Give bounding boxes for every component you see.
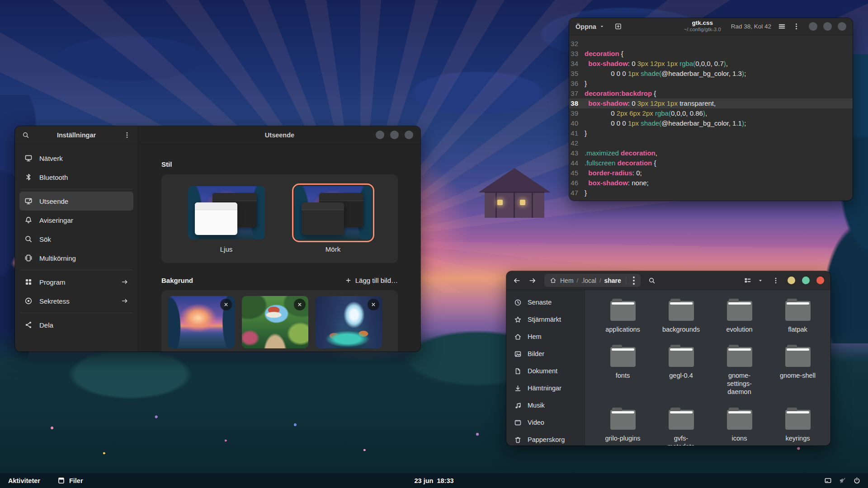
- background-thumbnail-summer-garden[interactable]: [242, 296, 308, 348]
- screen-share-icon[interactable]: [824, 477, 832, 484]
- sidebar-item-multikorning[interactable]: Multikörning: [19, 249, 133, 267]
- sidebar-item-label: Sekretess: [39, 297, 70, 305]
- folder-gegl-0-4[interactable]: gegl-0.4: [652, 344, 710, 396]
- background-thumbnail-sunset-lake[interactable]: [168, 296, 235, 348]
- code-line-41[interactable]: 41}: [569, 128, 853, 138]
- folder-keyrings[interactable]: keyrings: [769, 407, 827, 446]
- close-button[interactable]: [816, 277, 824, 284]
- breadcrumb-segment--local[interactable]: .local: [581, 277, 596, 284]
- files-sidebar-item-dokument[interactable]: Dokument: [506, 362, 585, 380]
- code-line-34[interactable]: 34 box-shadow: 0 3px 12px 1px rgba(0,0,0…: [569, 59, 853, 69]
- style-option-ljus[interactable]: Ljus: [185, 183, 268, 253]
- maximize-button[interactable]: [823, 22, 832, 31]
- kebab-menu-button[interactable]: [772, 277, 779, 284]
- code-line-35[interactable]: 35 0 0 0 1px shade(@headerbar_bg_color, …: [569, 69, 853, 79]
- files-sidebar-item-papperskorg[interactable]: Papperskorg: [506, 431, 585, 446]
- folder-fonts[interactable]: fonts: [594, 344, 652, 396]
- sidebar-item-program[interactable]: Program: [19, 272, 133, 291]
- new-document-button[interactable]: [614, 23, 622, 30]
- breadcrumb-segment-share[interactable]: share: [604, 277, 621, 284]
- folder-grilo-plugins[interactable]: grilo-plugins: [594, 407, 652, 446]
- files-app-button[interactable]: Filer: [57, 477, 83, 484]
- folder-evolution[interactable]: evolution: [710, 298, 769, 333]
- sidebar-separator: [20, 189, 132, 189]
- code-line-42[interactable]: 42: [569, 138, 853, 148]
- sidebar-item-utseende[interactable]: Utseende: [19, 192, 133, 211]
- open-button[interactable]: Öppna: [576, 23, 604, 30]
- code-line-38[interactable]: 38 box-shadow: 0 3px 12px 1px transparen…: [569, 99, 853, 108]
- editor-header-right: Rad 38, Kol 42: [731, 22, 846, 31]
- folder-gnome-shell[interactable]: gnome-shell: [769, 344, 827, 396]
- files-sidebar-item-video[interactable]: Video: [506, 414, 585, 431]
- code-line-47[interactable]: 47}: [569, 188, 853, 198]
- minimize-button[interactable]: [809, 22, 817, 31]
- remove-background-button[interactable]: [294, 299, 306, 310]
- folder-gnome-settings-daemon[interactable]: gnome-settings-daemon: [710, 344, 769, 396]
- add-picture-button[interactable]: Lägg till bild…: [345, 277, 398, 284]
- code-line-37[interactable]: 37decoration:backdrop {: [569, 89, 853, 99]
- maximize-button[interactable]: [390, 131, 399, 139]
- minimize-button[interactable]: [376, 131, 384, 139]
- editor-code[interactable]: 3233decoration {34 box-shadow: 0 3px 12p…: [569, 35, 853, 201]
- folder-icons[interactable]: icons: [710, 407, 769, 446]
- code-line-43[interactable]: 43.maximized decoration,: [569, 148, 853, 158]
- preview-front-window: [302, 202, 344, 235]
- close-button[interactable]: [405, 131, 413, 139]
- folder-applications[interactable]: applications: [594, 298, 652, 333]
- hamburger-menu-button[interactable]: [778, 23, 786, 30]
- sidebar-item-sok[interactable]: Sök: [19, 230, 133, 249]
- view-options-chevron[interactable]: [758, 278, 763, 283]
- code-line-36[interactable]: 36}: [569, 79, 853, 89]
- files-sidebar-item-bilder[interactable]: Bilder: [506, 345, 585, 362]
- path-menu-button[interactable]: [628, 275, 639, 286]
- view-toggle-button[interactable]: [744, 277, 751, 284]
- sidebar-item-bluetooth[interactable]: Bluetooth: [19, 168, 133, 187]
- search-icon[interactable]: [22, 131, 29, 139]
- files-sidebar-item-stjarnmarkt[interactable]: Stjärnmärkt: [506, 311, 585, 328]
- code-line-46[interactable]: 46 box-shadow: none;: [569, 178, 853, 188]
- cursor-position[interactable]: Rad 38, Kol 42: [731, 23, 771, 30]
- sidebar-item-aviseringar[interactable]: Aviseringar: [19, 211, 133, 230]
- clock[interactable]: 23 jun 18:33: [414, 477, 453, 484]
- forward-button[interactable]: [528, 277, 537, 285]
- files-sidebar-item-hem[interactable]: Hem: [506, 328, 585, 345]
- activities-button[interactable]: Aktiviteter: [8, 477, 40, 484]
- sidebar-item-natverk[interactable]: Nätverk: [19, 149, 133, 168]
- background-thumbnail-blue-valley[interactable]: [316, 296, 382, 348]
- network-icon: [24, 154, 33, 162]
- maximize-button[interactable]: [802, 277, 810, 284]
- remove-background-button[interactable]: [368, 299, 379, 310]
- folder-flatpak[interactable]: flatpak: [769, 298, 827, 333]
- code-line-32[interactable]: 32: [569, 39, 853, 49]
- power-icon[interactable]: [853, 477, 861, 484]
- style-option-mork[interactable]: Mörk: [292, 183, 374, 253]
- minimize-button[interactable]: [788, 277, 795, 284]
- breadcrumb[interactable]: Hem/.local/share: [544, 274, 641, 287]
- remove-background-button[interactable]: [220, 299, 232, 310]
- files-sidebar-item-hamtningar[interactable]: Hämtningar: [506, 380, 585, 397]
- kebab-menu-button[interactable]: [793, 23, 800, 30]
- sidebar-item-sekretess[interactable]: Sekretess: [19, 291, 133, 310]
- line-number: 41: [569, 128, 585, 138]
- back-button[interactable]: [513, 277, 521, 285]
- line-number: 36: [569, 79, 585, 89]
- star-icon: [514, 316, 522, 324]
- kebab-menu-button[interactable]: [123, 131, 131, 139]
- files-sidebar: SenasteStjärnmärktHemBilderDokumentHämtn…: [506, 290, 585, 446]
- code-line-44[interactable]: 44.fullscreen decoration {: [569, 158, 853, 168]
- code-line-33[interactable]: 33decoration {: [569, 49, 853, 59]
- files-sidebar-label: Hämtningar: [528, 385, 561, 392]
- files-sidebar-item-senaste[interactable]: Senaste: [506, 294, 585, 311]
- close-button[interactable]: [838, 22, 846, 31]
- search-button[interactable]: [648, 277, 656, 284]
- sidebar-item-dela[interactable]: Dela: [19, 315, 133, 334]
- folder-gvfs-metadata[interactable]: gvfs-metadata: [652, 407, 710, 446]
- code-line-45[interactable]: 45 border-radius: 0;: [569, 168, 853, 178]
- folder-backgrounds[interactable]: backgrounds: [652, 298, 710, 333]
- breadcrumb-segment-hem[interactable]: Hem: [560, 277, 574, 284]
- files-app-label: Filer: [69, 477, 83, 484]
- files-sidebar-item-musik[interactable]: Musik: [506, 397, 585, 414]
- code-line-39[interactable]: 39 0 2px 6px 2px rgba(0,0,0, 0.86),: [569, 108, 853, 118]
- volume-muted-icon[interactable]: [839, 477, 846, 484]
- code-line-40[interactable]: 40 0 0 0 1px shade(@headerbar_bg_color, …: [569, 118, 853, 128]
